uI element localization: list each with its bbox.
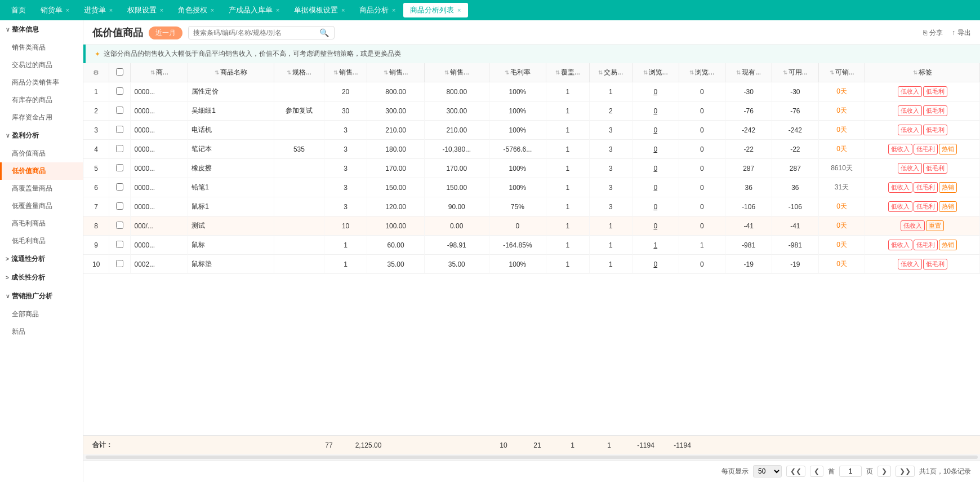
col-tags[interactable]: ⇅标签 [865, 63, 980, 82]
col-current[interactable]: ⇅现有... [725, 63, 772, 82]
col-sales-amount[interactable]: ⇅销售... [367, 63, 425, 82]
browse1-link[interactable]: 0 [653, 260, 657, 268]
sidebar-item-sales-goods[interactable]: 销售类商品 [0, 39, 83, 56]
share-button[interactable]: ⎘ 分享 [923, 28, 943, 38]
cell-browse1[interactable]: 0 [632, 178, 679, 197]
cell-browse1[interactable]: 0 [632, 216, 679, 236]
horizontal-scrollbar[interactable] [83, 454, 980, 460]
search-box[interactable]: 🔍 [188, 26, 335, 39]
cell-browse1[interactable]: 0 [632, 159, 679, 178]
cell-checkbox[interactable] [109, 159, 131, 178]
sidebar-item-high-coverage[interactable]: 高覆盖量商品 [0, 180, 83, 197]
nav-role[interactable]: 角色授权 × [171, 3, 221, 17]
sidebar-item-category-sales[interactable]: 商品分类销售率 [0, 74, 83, 91]
cell-checkbox[interactable] [109, 82, 131, 101]
nav-close-role[interactable]: × [211, 7, 214, 14]
browse1-link[interactable]: 0 [653, 145, 657, 153]
col-browse1[interactable]: ⇅浏览... [632, 63, 679, 82]
page-input[interactable] [839, 466, 862, 477]
sidebar-item-high-margin[interactable]: 高毛利商品 [0, 215, 83, 232]
first-page-btn[interactable]: ❮❮ [786, 466, 805, 477]
cell-browse1[interactable]: 1 [632, 236, 679, 255]
search-input[interactable] [193, 29, 317, 37]
cell-browse1[interactable]: 0 [632, 140, 679, 159]
col-checkbox[interactable] [109, 63, 131, 82]
export-button[interactable]: ↑ 导出 [952, 28, 971, 38]
col-sellable[interactable]: ⇅可销... [818, 63, 865, 82]
col-spec[interactable]: ⇅规格... [274, 63, 324, 82]
nav-close-analysis-list[interactable]: × [457, 7, 461, 14]
col-code[interactable]: ⇅商... [131, 63, 188, 82]
cell-checkbox[interactable] [109, 121, 131, 140]
cell-checkbox[interactable] [109, 197, 131, 216]
browse1-link[interactable]: 0 [653, 88, 657, 96]
nav-close-template[interactable]: × [341, 7, 345, 14]
nav-close-sales[interactable]: × [66, 7, 69, 14]
sidebar-item-low-value[interactable]: 低价值商品 [0, 162, 83, 180]
col-sales-qty[interactable]: ⇅销售... [324, 63, 367, 82]
col-sales-profit[interactable]: ⇅销售... [425, 63, 489, 82]
row-checkbox[interactable] [116, 126, 123, 133]
per-page-select[interactable]: 50 100 200 [753, 465, 782, 477]
prev-page-btn[interactable]: ❮ [810, 466, 823, 477]
col-gross-rate[interactable]: ⇅毛利率 [489, 63, 546, 82]
browse1-link[interactable]: 0 [653, 165, 657, 173]
row-checkbox[interactable] [116, 183, 123, 191]
row-checkbox[interactable] [116, 87, 123, 95]
nav-home[interactable]: 首页 [5, 3, 33, 17]
nav-close-inventory[interactable]: × [276, 7, 279, 14]
row-checkbox[interactable] [116, 164, 123, 171]
row-checkbox[interactable] [116, 222, 123, 229]
table-container[interactable]: ⚙ ⇅商... ⇅商品名称 ⇅规格... ⇅销售... ⇅销售... ⇅销售..… [83, 63, 980, 435]
nav-inventory[interactable]: 产成品入库单 × [222, 3, 286, 17]
nav-close-purchase[interactable]: × [109, 7, 113, 14]
sidebar-section-profit[interactable]: ∨ 盈利分析 [0, 126, 83, 145]
select-all-checkbox[interactable] [116, 68, 123, 76]
sidebar-item-stock-goods[interactable]: 有库存的商品 [0, 91, 83, 109]
last-page-btn[interactable]: ❯❯ [896, 466, 915, 477]
sidebar-section-liquidity[interactable]: > 流通性分析 [0, 250, 83, 268]
sidebar-item-stock-capital[interactable]: 库存资金占用 [0, 109, 83, 126]
row-checkbox[interactable] [116, 145, 123, 152]
browse1-link[interactable]: 0 [653, 184, 657, 192]
sidebar-item-low-coverage[interactable]: 低覆盖量商品 [0, 197, 83, 215]
nav-analysis[interactable]: 商品分析 × [353, 3, 402, 17]
sidebar-item-traded-goods[interactable]: 交易过的商品 [0, 56, 83, 74]
browse1-link[interactable]: 1 [653, 241, 657, 249]
browse1-link[interactable]: 0 [653, 126, 657, 134]
cell-browse1[interactable]: 0 [632, 121, 679, 140]
nav-template[interactable]: 单据模板设置 × [287, 3, 351, 17]
sidebar-section-growth[interactable]: > 成长性分析 [0, 268, 83, 287]
settings-icon[interactable]: ⚙ [93, 69, 99, 77]
scrollbar-track[interactable] [86, 456, 978, 459]
col-name[interactable]: ⇅商品名称 [188, 63, 274, 82]
nav-purchase[interactable]: 进货单 × [77, 3, 119, 17]
browse1-link[interactable]: 0 [653, 107, 657, 115]
cell-browse1[interactable]: 0 [632, 255, 679, 274]
cell-checkbox[interactable] [109, 216, 131, 236]
next-page-btn[interactable]: ❯ [877, 466, 891, 477]
sidebar-item-new-goods[interactable]: 新品 [0, 323, 83, 341]
filter-recent-month[interactable]: 近一月 [149, 26, 182, 39]
cell-browse1[interactable]: 0 [632, 82, 679, 101]
row-checkbox[interactable] [116, 241, 123, 248]
cell-checkbox[interactable] [109, 101, 131, 121]
row-checkbox[interactable] [116, 260, 123, 267]
cell-checkbox[interactable] [109, 178, 131, 197]
cell-checkbox[interactable] [109, 255, 131, 274]
sidebar-item-all-goods[interactable]: 全部商品 [0, 306, 83, 323]
sidebar-item-high-value[interactable]: 高价值商品 [0, 145, 83, 162]
nav-analysis-list[interactable]: 商品分析列表 × [403, 3, 467, 17]
nav-permission[interactable]: 权限设置 × [121, 3, 170, 17]
col-settings[interactable]: ⚙ [83, 63, 109, 82]
row-checkbox[interactable] [116, 107, 123, 114]
cell-checkbox[interactable] [109, 140, 131, 159]
sidebar-section-marketing[interactable]: ∨ 营销推广分析 [0, 287, 83, 306]
nav-close-permission[interactable]: × [160, 7, 163, 14]
browse1-link[interactable]: 0 [653, 222, 657, 230]
col-available[interactable]: ⇅可用... [772, 63, 818, 82]
sidebar-item-low-margin[interactable]: 低毛利商品 [0, 232, 83, 250]
browse1-link[interactable]: 0 [653, 203, 657, 211]
col-coverage[interactable]: ⇅覆盖... [546, 63, 589, 82]
col-browse2[interactable]: ⇅浏览... [679, 63, 725, 82]
